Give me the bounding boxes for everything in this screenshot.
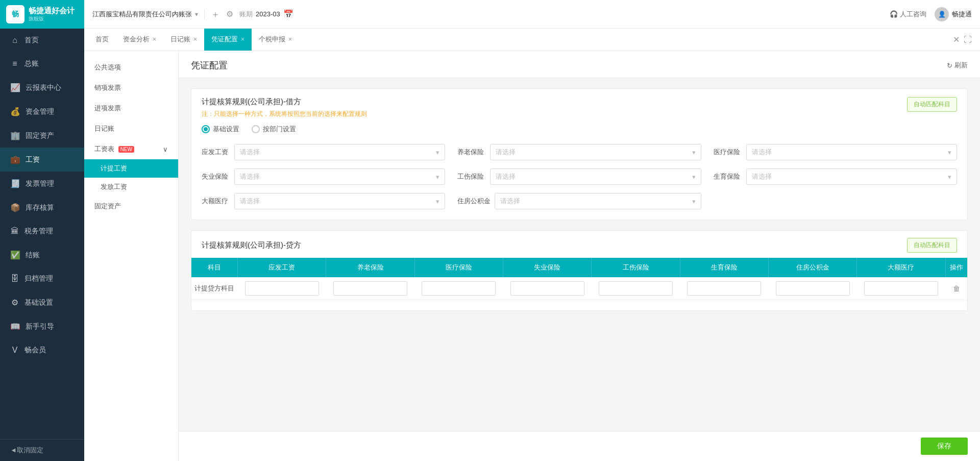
sidebar-item-salary[interactable]: 💼 工资 <box>0 148 84 172</box>
add-tab-button[interactable]: ＋ <box>211 8 220 20</box>
sidebar: 畅 畅捷通好会计 旗舰版 ⌂ 首页 ≡ 总账 📈 云报表中心 💰 资金管理 🏢 … <box>0 0 84 461</box>
tab-close-funds[interactable]: × <box>153 36 156 43</box>
label-生育保险: 生育保险 <box>714 172 742 181</box>
home-icon: ⌂ <box>10 36 19 45</box>
select-失业保险[interactable]: 请选择 ▾ <box>234 168 445 185</box>
input-大额医疗[interactable] <box>864 281 938 296</box>
sidebar-item-inventory[interactable]: 📦 库存核算 <box>0 196 84 220</box>
company-selector[interactable]: 江西服宝精品有限责任公司内账张 ▾ <box>92 10 198 19</box>
input-生育保险[interactable] <box>687 281 761 296</box>
cell-应发工资[interactable] <box>238 277 326 300</box>
form-item-医疗保险: 医疗保险 请选择 ▾ <box>714 144 957 160</box>
tab-close-journal[interactable]: × <box>193 36 197 43</box>
select-placeholder-住房公积金: 请选择 <box>500 197 520 206</box>
sidebar-item-settings[interactable]: ⚙ 基础设置 <box>0 290 84 314</box>
cell-失业保险[interactable] <box>503 277 592 300</box>
cell-住房公积金[interactable] <box>768 277 856 300</box>
tab-voucher-config[interactable]: 凭证配置 × <box>204 29 252 51</box>
tab-close-tax[interactable]: × <box>288 36 292 43</box>
select-工伤保险[interactable]: 请选择 ▾ <box>490 168 701 185</box>
gear-icon[interactable]: ⚙ <box>226 9 233 19</box>
service-button[interactable]: 🎧 人工咨询 <box>890 10 926 19</box>
radio-basic-setting[interactable]: 基础设置 <box>202 125 239 134</box>
sub-nav-calc-salary[interactable]: 计提工资 <box>84 159 178 178</box>
tab-home-label: 首页 <box>95 35 109 44</box>
sidebar-item-invoice[interactable]: 🧾 发票管理 <box>0 172 84 196</box>
sub-nav-fixed-assets[interactable]: 固定资产 <box>84 196 178 216</box>
sidebar-item-ledger[interactable]: ≡ 总账 <box>0 52 84 76</box>
sub-nav-public[interactable]: 公共选项 <box>84 57 178 78</box>
auto-match-credit-button[interactable]: 自动匹配科目 <box>907 238 957 253</box>
tab-home[interactable]: 首页 <box>88 29 116 51</box>
cell-大额医疗[interactable] <box>857 277 945 300</box>
user-menu[interactable]: 👤 畅捷通 <box>935 7 972 21</box>
sidebar-item-label-ledger: 总账 <box>24 59 39 68</box>
sidebar-item-tax[interactable]: 🏛 税务管理 <box>0 220 84 243</box>
input-工伤保险[interactable] <box>599 281 673 296</box>
tab-close-voucher[interactable]: × <box>241 36 244 43</box>
cell-subject-label: 计提贷方科目 <box>191 277 238 300</box>
cell-生育保险[interactable] <box>680 277 768 300</box>
chevron-down-icon-salary: ∨ <box>163 145 168 153</box>
tab-journal[interactable]: 日记账 × <box>163 29 204 51</box>
sub-nav-sales[interactable]: 销项发票 <box>84 78 178 98</box>
tabs-bar: 首页 资金分析 × 日记账 × 凭证配置 × 个税申报 × ✕ ⛶ <box>84 29 980 51</box>
sidebar-item-reports[interactable]: 📈 云报表中心 <box>0 76 84 100</box>
input-养老保险[interactable] <box>333 281 407 296</box>
expand-icon[interactable]: ⛶ <box>964 35 972 44</box>
sidebar-item-home[interactable]: ⌂ 首页 <box>0 29 84 52</box>
tab-tax-report[interactable]: 个税申报 × <box>252 29 299 51</box>
sidebar-item-archive[interactable]: 🗄 归档管理 <box>0 267 84 290</box>
select-placeholder-大额医疗: 请选择 <box>240 197 260 206</box>
period-selector[interactable]: 账期 2023-03 📅 <box>239 9 293 19</box>
cell-action[interactable]: 🗑 <box>945 277 967 300</box>
chevron-失业保险: ▾ <box>436 173 439 181</box>
select-住房公积金[interactable]: 请选择 ▾ <box>495 193 701 209</box>
sub-nav-purchase[interactable]: 进项发票 <box>84 98 178 118</box>
cell-养老保险[interactable] <box>326 277 414 300</box>
sidebar-item-guide[interactable]: 📖 新手引导 <box>0 314 84 338</box>
label-大额医疗: 大额医疗 <box>202 197 230 206</box>
tab-voucher-label: 凭证配置 <box>211 35 238 44</box>
delete-icon[interactable]: 🗑 <box>953 284 960 293</box>
chevron-down-icon: ▾ <box>195 11 198 18</box>
table-row: 计提贷方科目 🗑 <box>191 277 967 300</box>
select-医疗保险[interactable]: 请选择 ▾ <box>746 144 957 160</box>
input-应发工资[interactable] <box>245 281 319 296</box>
sidebar-item-vip[interactable]: V 畅会员 <box>0 338 84 362</box>
input-失业保险[interactable] <box>510 281 584 296</box>
invoice-icon: 🧾 <box>10 179 20 188</box>
credit-table-section: 科目 应发工资 养老保险 医疗保险 失业保险 工伤保险 生育保险 住房公积金 大… <box>191 258 967 300</box>
save-button[interactable]: 保存 <box>921 438 968 455</box>
sub-nav-journal[interactable]: 日记账 <box>84 118 178 139</box>
input-住房公积金[interactable] <box>776 281 850 296</box>
sidebar-item-checkout[interactable]: ✅ 结账 <box>0 243 84 267</box>
radio-dept-setting[interactable]: 按部门设置 <box>252 125 296 134</box>
close-tab-icon[interactable]: ✕ <box>953 35 960 44</box>
calendar-icon[interactable]: 📅 <box>283 9 293 19</box>
sub-nav-salary-table[interactable]: 工资表 NEW ∨ <box>84 139 178 159</box>
select-大额医疗[interactable]: 请选择 ▾ <box>234 193 445 209</box>
select-养老保险[interactable]: 请选择 ▾ <box>490 144 701 160</box>
tab-funds-analysis[interactable]: 资金分析 × <box>116 29 163 51</box>
select-生育保险[interactable]: 请选择 ▾ <box>746 168 957 185</box>
sub-nav-pay-salary[interactable]: 发放工资 <box>84 178 178 196</box>
input-医疗保险[interactable] <box>422 281 496 296</box>
sidebar-item-funds[interactable]: 💰 资金管理 <box>0 100 84 124</box>
sidebar-item-label-home: 首页 <box>24 36 39 45</box>
chevron-工伤保险: ▾ <box>692 173 696 181</box>
page-content: 凭证配置 ↻ 刷新 计提核算规则(公司承担)-借方 注：只能选择一种方式，系统将… <box>179 51 980 461</box>
sidebar-footer-cancel-pin[interactable]: ◄取消固定 <box>0 439 84 461</box>
auto-match-debit-button[interactable]: 自动匹配科目 <box>907 97 957 112</box>
refresh-icon: ↻ <box>947 62 952 69</box>
period-value: 2023-03 <box>256 10 280 18</box>
page-title: 凭证配置 <box>191 59 228 71</box>
cell-工伤保险[interactable] <box>592 277 680 300</box>
sidebar-item-label-tax: 税务管理 <box>24 227 53 236</box>
cell-医疗保险[interactable] <box>414 277 503 300</box>
label-住房公积金: 住房公积金 <box>457 197 491 206</box>
sidebar-item-assets[interactable]: 🏢 固定资产 <box>0 124 84 148</box>
refresh-button[interactable]: ↻ 刷新 <box>947 61 968 70</box>
archive-icon: 🗄 <box>10 274 19 283</box>
select-应发工资[interactable]: 请选择 ▾ <box>234 144 445 160</box>
